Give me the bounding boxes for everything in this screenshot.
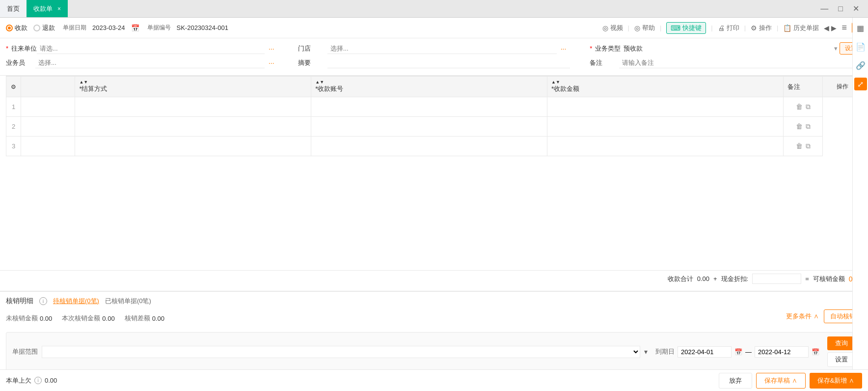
range-label: 单据范围 bbox=[12, 347, 38, 356]
date-to-calendar-icon[interactable]: 📅 bbox=[812, 348, 819, 356]
video-icon: ◎ bbox=[602, 24, 608, 32]
sep2: | bbox=[660, 24, 661, 31]
nav-next-btn[interactable]: ▶ bbox=[831, 24, 837, 32]
help-btn[interactable]: ◎ 帮助 bbox=[634, 24, 655, 32]
row-2-amount[interactable] bbox=[311, 117, 547, 137]
row-1-copy-icon[interactable]: ⧉ bbox=[806, 103, 811, 111]
remark-input[interactable] bbox=[619, 57, 862, 68]
row-2-delete-icon[interactable]: 🗑 bbox=[796, 122, 803, 131]
verify-tab-done[interactable]: 已核销单据(0笔) bbox=[105, 297, 151, 306]
tab-home[interactable]: 首页 bbox=[0, 0, 27, 17]
close-btn[interactable]: ✕ bbox=[850, 3, 862, 14]
th-account: ▲▼ *收款账号 bbox=[311, 77, 547, 97]
staff-more-btn[interactable]: ··· bbox=[265, 59, 278, 67]
stat-unclear-value: 0.00 bbox=[40, 315, 52, 322]
more-conditions-btn[interactable]: 更多条件 ∧ bbox=[786, 312, 819, 321]
store-input[interactable] bbox=[327, 43, 557, 54]
table-row: 1 🗑 ⧉ bbox=[6, 97, 862, 117]
staff-input[interactable] bbox=[35, 57, 265, 68]
row-3-remark[interactable] bbox=[547, 137, 784, 156]
tab-receipt[interactable]: 收款单 × bbox=[27, 0, 68, 17]
row-1-amount[interactable] bbox=[311, 97, 547, 117]
discount-input[interactable] bbox=[752, 274, 801, 284]
minimize-btn[interactable]: — bbox=[817, 3, 831, 14]
help-icon: ◎ bbox=[634, 24, 640, 32]
row-2-account[interactable] bbox=[75, 117, 311, 137]
form-row-2: 业务员 ··· 摘要 备注 bbox=[6, 57, 862, 68]
row-2-remark[interactable] bbox=[547, 117, 784, 137]
date-to-input[interactable] bbox=[755, 346, 809, 358]
verify-stats: 未核销金额 0.00 本次核销金额 0.00 核销差额 0.00 更多条件 ∧ … bbox=[6, 309, 862, 327]
party-required-mark: * bbox=[6, 45, 8, 52]
bottom-value: 0.00 bbox=[45, 377, 57, 384]
date-from-calendar-icon[interactable]: 📅 bbox=[734, 348, 742, 356]
radio-receipt[interactable]: 收款 bbox=[6, 24, 27, 32]
radio-refund-circle bbox=[33, 25, 40, 31]
account-sort-icon[interactable]: ▲▼ bbox=[315, 80, 543, 84]
maximize-btn[interactable]: □ bbox=[835, 3, 846, 14]
row-1-settle[interactable] bbox=[21, 97, 75, 117]
bottom-info: 本单上欠 i 0.00 bbox=[6, 376, 57, 385]
party-more-btn[interactable]: ··· bbox=[265, 45, 278, 53]
tab-receipt-close[interactable]: × bbox=[57, 5, 61, 12]
main-container: 收款 退款 单据日期 2023-03-24 📅 单据编号 SK-20230324… bbox=[0, 18, 868, 391]
operation-btn[interactable]: ⚙ 操作 bbox=[751, 24, 772, 32]
right-doc-icon[interactable]: 📄 bbox=[854, 40, 867, 53]
party-input[interactable] bbox=[37, 43, 265, 54]
party-label: * 往来单位 bbox=[6, 44, 37, 53]
radio-refund[interactable]: 退款 bbox=[33, 24, 55, 32]
save-draft-btn[interactable]: 保存草稿 ∧ bbox=[756, 373, 806, 389]
shortcut-btn[interactable]: ⌨ 快捷键 bbox=[666, 22, 706, 34]
right-table-icon[interactable]: ▦ bbox=[854, 22, 867, 34]
row-3-actions: 🗑 ⧉ bbox=[784, 137, 823, 156]
bottom-label: 本单上欠 bbox=[6, 376, 31, 385]
doc-date-value: 2023-03-24 bbox=[92, 24, 125, 31]
store-field: 门店 ··· bbox=[298, 43, 570, 54]
save-new-label: 保存&新增 ∧ bbox=[817, 376, 854, 385]
doc-date-field: 单据日期 2023-03-24 📅 bbox=[63, 24, 139, 32]
row-3-num: 3 bbox=[6, 137, 21, 156]
shortcut-label: 快捷键 bbox=[682, 24, 702, 32]
row-1-remark[interactable] bbox=[547, 97, 784, 117]
print-btn[interactable]: 🖨 打印 bbox=[718, 24, 739, 32]
store-more-btn[interactable]: ··· bbox=[557, 45, 570, 53]
history-btn[interactable]: 📋 历史单据 bbox=[783, 24, 819, 32]
row-3-amount[interactable] bbox=[311, 137, 547, 156]
date-from-input[interactable] bbox=[678, 346, 732, 358]
row-2-settle[interactable] bbox=[21, 117, 75, 137]
right-expand-icon[interactable]: ⤢ bbox=[854, 78, 867, 90]
stat-diff-value: 0.00 bbox=[152, 315, 164, 322]
row-3-copy-icon[interactable]: ⧉ bbox=[806, 142, 811, 150]
row-3-action-icons: 🗑 ⧉ bbox=[787, 142, 818, 150]
summary-input[interactable] bbox=[327, 57, 570, 68]
biz-type-dropdown-icon[interactable]: ▾ bbox=[834, 45, 838, 52]
verify-info-icon[interactable]: i bbox=[39, 297, 47, 305]
row-2-copy-icon[interactable]: ⧉ bbox=[806, 122, 811, 131]
stat-unclear: 未核销金额 0.00 bbox=[6, 314, 52, 323]
operation-label: 操作 bbox=[759, 24, 772, 32]
query-btn[interactable]: 查询 bbox=[827, 336, 856, 350]
nav-prev-btn[interactable]: ◀ bbox=[824, 24, 829, 32]
abandon-btn[interactable]: 放弃 bbox=[719, 373, 752, 389]
amount-sort-icon[interactable]: ▲▼ bbox=[551, 80, 779, 84]
doc-date-calendar-icon[interactable]: 📅 bbox=[131, 24, 139, 32]
verify-tab-pending[interactable]: 待核销单据(0笔) bbox=[53, 297, 99, 306]
row-3-settle[interactable] bbox=[21, 137, 75, 156]
doc-num-value: SK-20230324-001 bbox=[177, 24, 229, 31]
save-new-btn[interactable]: 保存&新增 ∧ bbox=[810, 373, 862, 389]
row-3-account[interactable] bbox=[75, 137, 311, 156]
row-1-account[interactable] bbox=[75, 97, 311, 117]
row-3-delete-icon[interactable]: 🗑 bbox=[796, 142, 803, 150]
layout-list-icon[interactable]: ≡ bbox=[841, 23, 847, 33]
discount-label: 现金折扣: bbox=[721, 275, 749, 283]
range-dropdown-icon[interactable]: ▾ bbox=[644, 348, 648, 356]
video-btn[interactable]: ◎ 视频 bbox=[602, 24, 623, 32]
query-settings-btn[interactable]: 设置 bbox=[827, 352, 856, 367]
row-1-delete-icon[interactable]: 🗑 bbox=[796, 103, 803, 111]
right-link-icon[interactable]: 🔗 bbox=[854, 59, 867, 72]
th-row-num bbox=[21, 77, 75, 97]
bottom-info-icon[interactable]: i bbox=[34, 377, 42, 384]
table-settings-col[interactable]: ⚙ bbox=[6, 77, 21, 97]
settle-sort-icon[interactable]: ▲▼ bbox=[79, 80, 307, 84]
range-select[interactable] bbox=[42, 346, 640, 358]
